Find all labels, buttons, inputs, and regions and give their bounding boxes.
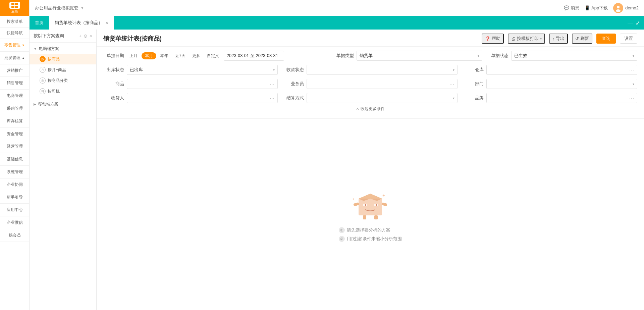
date-tab-last-month[interactable]: 上月 <box>127 52 140 59</box>
sidebar-item-ecommerce[interactable]: 电商管理 <box>0 90 29 102</box>
add-scheme-btn[interactable]: + <box>79 33 82 39</box>
receiptstatus-select[interactable]: ▾ <box>307 65 458 75</box>
sidebar-item-basic[interactable]: 基础信息 <box>0 153 29 166</box>
filter-receiptstatus-group: 收款状态 ▾ <box>283 65 458 75</box>
pc-group-label: 电脑端方案 <box>39 46 59 52</box>
filter-row-4: 收货人 ··· 结算方式 ▾ 品牌 <box>103 93 637 103</box>
page-title: 销货单统计表(按商品) <box>103 35 162 43</box>
settings-btn[interactable]: 设置 <box>620 34 637 44</box>
date-tab-custom[interactable]: 自定义 <box>204 52 222 59</box>
svg-rect-14 <box>381 202 387 206</box>
sidebar-item-sales[interactable]: 销售管理 <box>0 77 29 90</box>
dropdown-arrow[interactable]: ▾ <box>81 5 84 10</box>
sidebar-item-finance[interactable]: 资金管理 <box>0 128 29 141</box>
outstatus-value: 已出库 <box>130 67 143 73</box>
tree-group-pc: ▼ 电脑端方案 按 按商品 月 按月+商品 类 按商品分类 司 按司机 <box>30 43 96 98</box>
salesman-dots: ··· <box>449 81 454 87</box>
sidebar-item-wechat[interactable]: 企业微信 <box>0 216 29 229</box>
tab-close-btn[interactable]: ✕ <box>105 21 108 25</box>
query-btn[interactable]: 查询 <box>596 34 616 44</box>
sidebar-item-wholesale[interactable]: 批发管理 ▲ <box>0 52 29 64</box>
date-tab-this-month[interactable]: 本月 <box>142 52 156 59</box>
outstatus-label: 出库状态 <box>103 67 127 73</box>
goods-input[interactable]: ··· <box>127 79 278 89</box>
date-range-value: 2023-03-01 至 2023-03-31 <box>227 53 278 59</box>
filter-salesman-group: 业务员 ··· <box>283 79 458 89</box>
outstatus-select[interactable]: 已出库 ▾ <box>127 65 278 75</box>
app-download-btn[interactable]: 📱 App下载 <box>585 5 608 11</box>
tree-item-by-month-goods[interactable]: 月 按月+商品 <box>30 64 96 75</box>
header-left: 办公用品行业模拟账套 ▾ <box>35 5 84 11</box>
tree-item-by-category[interactable]: 类 按商品分类 <box>30 75 96 86</box>
tip-num-2: ② <box>339 236 345 242</box>
tree-group-pc-header[interactable]: ▼ 电脑端方案 <box>30 44 96 54</box>
docstatus-label: 单据状态 <box>488 53 511 59</box>
settings-scheme-btn[interactable]: ⊙ <box>84 33 88 39</box>
sidebar-item-enterprise[interactable]: 企业协同 <box>0 178 29 191</box>
tab-home[interactable]: 首页 <box>30 16 49 30</box>
tree-item-by-goods[interactable]: 按 按商品 <box>30 54 96 64</box>
print-btn[interactable]: 🖨 按模板打印 ▾ <box>508 34 545 44</box>
left-panel-icons: + ⊙ « <box>79 33 92 39</box>
by-driver-icon: 司 <box>40 88 46 94</box>
svg-rect-9 <box>365 204 366 206</box>
date-range-input[interactable]: 2023-03-01 至 2023-03-31 <box>224 51 284 61</box>
brand-dots: ··· <box>629 95 634 101</box>
svg-text:✦: ✦ <box>352 197 355 201</box>
sidebar-item-inventory[interactable]: 库存核算 <box>0 115 29 128</box>
help-btn[interactable]: ❓ 帮助 <box>482 34 504 44</box>
sidebar-item-purchase[interactable]: 采购管理 <box>0 102 29 115</box>
tip-num-1: ① <box>339 227 345 233</box>
doctype-select[interactable]: 销货单 ▾ <box>357 51 483 61</box>
department-select[interactable]: ▾ <box>486 79 637 89</box>
sidebar-item-operation[interactable]: 经营管理 <box>0 140 29 153</box>
user-menu[interactable]: demo2 <box>613 3 639 13</box>
sidebar-item-marketing[interactable]: 营销推广 <box>0 64 29 77</box>
sidebar-item-retail[interactable]: 零售管理 ▼ <box>0 39 29 52</box>
app-logo: 标版 <box>0 0 29 16</box>
tab-minimize-btn[interactable]: — <box>628 20 633 26</box>
consignee-input[interactable]: ··· <box>127 93 278 103</box>
industry-name: 办公用品行业模拟账套 <box>35 5 78 11</box>
mobile-group-label: 移动端方案 <box>38 101 58 107</box>
logo-icon <box>9 2 20 9</box>
main-area: 办公用品行业模拟账套 ▾ 💬 消息 📱 App下载 demo2 首页 <box>30 0 644 310</box>
message-btn[interactable]: 💬 消息 <box>564 5 579 11</box>
message-label: 消息 <box>571 5 579 11</box>
docstatus-select[interactable]: 已生效 ▾ <box>511 51 637 61</box>
content-area: 按以下方案查询 + ⊙ « ▼ 电脑端方案 按 按商品 月 按月 <box>30 30 644 310</box>
department-arrow: ▾ <box>633 82 634 86</box>
left-panel: 按以下方案查询 + ⊙ « ▼ 电脑端方案 按 按商品 月 按月 <box>30 30 97 310</box>
tab-report[interactable]: 销货单统计表（按商品） ✕ <box>49 16 114 30</box>
tab-maximize-btn[interactable]: ⤢ <box>636 20 640 26</box>
print-arrow: ▾ <box>540 37 542 41</box>
sidebar-item-system[interactable]: 系统管理 <box>0 166 29 178</box>
left-panel-header: 按以下方案查询 + ⊙ « <box>30 30 96 43</box>
settlement-label: 结算方式 <box>283 95 307 101</box>
svg-rect-0 <box>11 3 14 5</box>
date-tab-this-year[interactable]: 本年 <box>158 52 171 59</box>
tree-item-by-driver[interactable]: 司 按司机 <box>30 86 96 97</box>
salesman-input[interactable]: ··· <box>307 79 458 89</box>
username: demo2 <box>625 5 639 10</box>
date-tab-7days[interactable]: 近7天 <box>172 52 188 59</box>
sidebar-item-member[interactable]: 畅会员 <box>0 229 29 242</box>
warehouse-input[interactable]: ··· <box>486 65 637 75</box>
refresh-btn[interactable]: ↺ 刷新 <box>572 34 592 44</box>
sidebar-item-appcenter[interactable]: 应用中心 <box>0 204 29 216</box>
collapse-filters-btn[interactable]: ∧ 收起更多条件 <box>103 103 637 114</box>
tree-group-mobile-header[interactable]: ▶ 移动端方案 <box>30 99 96 109</box>
collapse-panel-btn[interactable]: « <box>90 33 92 39</box>
svg-text:✦: ✦ <box>382 193 385 198</box>
sidebar-search[interactable]: 搜索菜单 <box>0 16 29 28</box>
doctype-value: 销货单 <box>360 53 373 59</box>
svg-point-5 <box>616 9 621 12</box>
brand-input[interactable]: ··· <box>486 93 637 103</box>
date-tab-more[interactable]: 更多 <box>190 52 203 59</box>
quick-nav[interactable]: 快捷导航 <box>0 28 29 39</box>
sidebar-item-newbie[interactable]: 新手引导 <box>0 191 29 204</box>
filter-row-3: 商品 ··· 业务员 ··· 部门 <box>103 79 637 89</box>
export-btn[interactable]: ↑ 导出 <box>549 34 568 44</box>
settlement-select[interactable]: ▾ <box>307 93 458 103</box>
doctype-label: 单据类型 <box>333 53 357 59</box>
